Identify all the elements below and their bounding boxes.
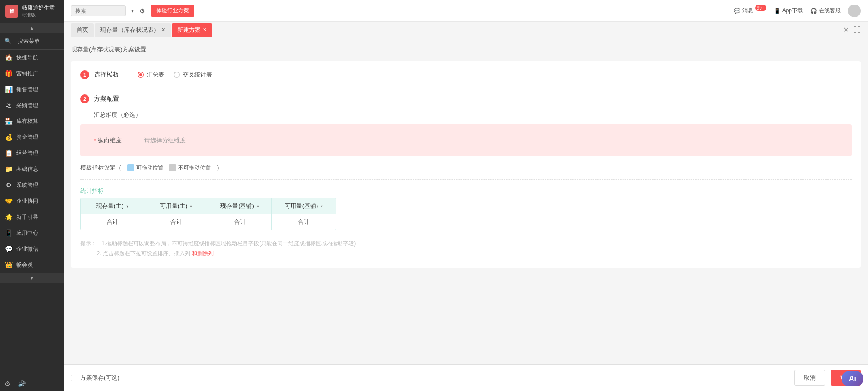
tabs-bar: 首页 现存量（库存状况表） ✕ 新建方案 ✕ ✕ ⛶ (64, 22, 868, 38)
topbar-right: 💬 消息 99+ 📱 App下载 🎧 在线客服 (734, 5, 861, 17)
sidebar-item-newguide[interactable]: 🌟 新手引导 (0, 209, 64, 225)
sidebar-item-wechat[interactable]: 💬 企业微信 (0, 241, 64, 257)
tab-expand-icon[interactable]: ⛶ (853, 26, 861, 34)
stats-body-col-1: 合计 (81, 214, 144, 230)
sidebar-item-basic[interactable]: 📁 基础信息 (0, 161, 64, 177)
tip2-highlight: 和删除列 (192, 250, 214, 257)
ai-badge[interactable]: Ai (842, 371, 863, 386)
tab-new-plan-label: 新建方案 (177, 26, 201, 34)
topbar-gear-icon[interactable]: ⚙ (139, 7, 145, 15)
tip1: 1.拖动标题栏可以调整布局，不可跨维度或指标区域拖动栏目字段(只能在同一维度或指… (102, 240, 356, 247)
sidebar-item-apps[interactable]: 📱 应用中心 (0, 225, 64, 241)
sidebar: 畅 畅康通好生意 标准版 ▲ 🔍 搜索菜单 🏠 快捷导航 🎁 营销推广 📊 销售… (0, 0, 64, 391)
logo-text: 畅康通好生意 标准版 (22, 5, 55, 18)
tab-close-all-icon[interactable]: ✕ (843, 26, 849, 34)
main-area: ▾ ⚙ 体验行业方案 💬 消息 99+ 📱 App下载 🎧 在线客服 首页 (64, 0, 868, 391)
crown-icon: 👑 (5, 261, 13, 268)
sidebar-item-quicknav[interactable]: 🏠 快捷导航 (0, 50, 64, 66)
sidebar-item-operations[interactable]: 📋 经营管理 (0, 145, 64, 161)
sidebar-item-system[interactable]: ⚙ 系统管理 (0, 177, 64, 193)
save-plan-checkbox[interactable]: 方案保存(可选) (71, 374, 120, 382)
topbar-search-input[interactable] (71, 5, 126, 16)
sidebar-item-label: 企业协同 (16, 197, 38, 205)
save-plan-label: 方案保存(可选) (80, 374, 120, 382)
customer-service-item[interactable]: 🎧 在线客服 (810, 7, 841, 15)
sidebar-item-label: 基础信息 (16, 165, 38, 173)
user-avatar[interactable] (848, 5, 861, 17)
tab-new-plan-close[interactable]: ✕ (203, 27, 207, 33)
app-download-item[interactable]: 📱 App下载 (774, 7, 803, 15)
dimension-section-label: 汇总维度（必选） (94, 111, 852, 119)
draggable-indicator: 可拖动位置 (127, 164, 163, 172)
dimension-box[interactable]: * 纵向维度 —— 请选择分组维度 (80, 124, 852, 156)
sidebar-scroll-up[interactable]: ▲ (0, 23, 64, 33)
stats-col-2-header[interactable]: 可用量(主) ▾ (144, 198, 208, 214)
cancel-button[interactable]: 取消 (794, 370, 825, 386)
sidebar-item-marketing[interactable]: 🎁 营销推广 (0, 66, 64, 82)
tab-home-label: 首页 (77, 26, 88, 34)
col3-chevron-icon[interactable]: ▾ (257, 204, 259, 209)
col2-chevron-icon[interactable]: ▾ (190, 204, 192, 209)
home-icon: 🏠 (5, 54, 13, 61)
chat-icon: 💬 (5, 245, 13, 252)
tab-inventory-close[interactable]: ✕ (161, 27, 165, 33)
audio-icon[interactable]: 🔊 (18, 380, 26, 387)
message-icon: 💬 (734, 8, 740, 14)
stats-divider (80, 179, 852, 180)
col1-chevron-icon[interactable]: ▾ (126, 204, 128, 209)
sidebar-item-label: 快捷导航 (16, 54, 38, 62)
tab-home[interactable]: 首页 (71, 23, 94, 37)
clipboard-icon: 📋 (5, 149, 13, 157)
handshake-icon: 🤝 (5, 197, 13, 205)
step2-title: 方案配置 (94, 95, 119, 103)
chart-icon: 📊 (5, 86, 13, 93)
messages-badge: 99+ (755, 5, 766, 11)
sidebar-item-label: 企业微信 (16, 245, 38, 253)
stats-body-col-3: 合计 (208, 214, 272, 230)
sidebar-item-label: 营销推广 (16, 70, 38, 77)
sidebar-search-label: 搜索菜单 (18, 37, 40, 45)
topbar-dropdown[interactable]: ▾ (131, 8, 134, 14)
radio-crosstab[interactable]: 交叉统计表 (174, 71, 212, 79)
settings-bottom-icon[interactable]: ⚙ (5, 380, 10, 387)
radio-crosstab-dot (174, 72, 180, 78)
tab-new-plan[interactable]: 新建方案 ✕ (172, 23, 212, 37)
stats-col-3: 现存量(基辅) ▾ (208, 198, 272, 214)
sidebar-scroll-down[interactable]: ▼ (0, 273, 64, 283)
step1-badge: 1 (80, 70, 89, 79)
indicator-label: 模板指标设定（ (80, 164, 122, 172)
star-icon: 🌟 (5, 213, 13, 221)
messages-label: 消息 (742, 7, 753, 15)
sidebar-item-member[interactable]: 👑 畅会员 (0, 257, 64, 273)
col4-chevron-icon[interactable]: ▾ (321, 204, 323, 209)
sidebar-item-sales[interactable]: 📊 销售管理 (0, 82, 64, 98)
indicator-settings: 模板指标设定（ 可拖动位置 不可拖动位置 ） (80, 164, 852, 172)
stats-body-cell-1: 合计 (81, 214, 144, 230)
radio-summary[interactable]: 汇总表 (138, 71, 164, 79)
page-title: 现存量(库存状况表)方案设置 (71, 46, 861, 54)
stats-label: 统计指标 (80, 187, 852, 195)
stats-body-col-4: 合计 (272, 214, 336, 230)
stats-col-2-label: 可用量(主) (160, 202, 188, 210)
stats-table: 现存量(主) ▾ 可用量(主) ▾ 现存量(基辅 (80, 198, 336, 230)
bag-icon: 🛍 (5, 102, 13, 109)
stats-col-3-header[interactable]: 现存量(基辅) ▾ (208, 198, 271, 214)
stats-col-1-header[interactable]: 现存量(主) ▾ (81, 198, 144, 214)
tip2-text: 2. 点击标题栏下拉可设置排序、插入列 (97, 250, 190, 257)
sidebar-item-purchase[interactable]: 🛍 采购管理 (0, 98, 64, 113)
save-checkbox-box[interactable] (71, 375, 77, 381)
customer-service-label: 在线客服 (819, 7, 841, 15)
content-area: 现存量(库存状况表)方案设置 1 选择模板 汇总表 交叉统计表 (64, 38, 868, 364)
industry-btn[interactable]: 体验行业方案 (151, 5, 194, 17)
messages-item[interactable]: 💬 消息 99+ (734, 7, 766, 15)
sidebar-item-inventory[interactable]: 🏪 库存核算 (0, 113, 64, 129)
stats-body-col-2: 合计 (144, 214, 208, 230)
stats-col-4-header[interactable]: 可用量(基辅) ▾ (272, 198, 336, 214)
sidebar-item-finance[interactable]: 💰 资金管理 (0, 129, 64, 145)
step2-header: 2 方案配置 (80, 94, 852, 103)
sidebar-search[interactable]: 🔍 搜索菜单 (0, 33, 64, 50)
sidebar-item-cooperation[interactable]: 🤝 企业协同 (0, 193, 64, 209)
tab-inventory-status[interactable]: 现存量（库存状况表） ✕ (95, 23, 171, 37)
footer-bar: 方案保存(可选) 取消 查询 (64, 364, 868, 391)
stats-col-2: 可用量(主) ▾ (144, 198, 208, 214)
